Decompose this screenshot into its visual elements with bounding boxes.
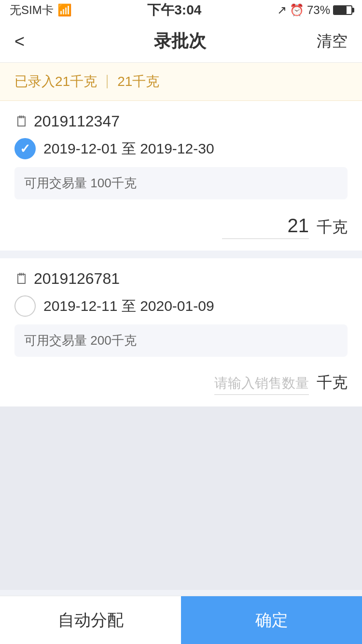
- confirm-button[interactable]: 确定: [181, 596, 362, 644]
- batch-header-1: 🗒 2019112347: [0, 101, 362, 134]
- battery-percent: 73%: [307, 3, 330, 17]
- batch-doc-icon-2: 🗒: [14, 271, 29, 287]
- quantity-row-1: 21 千克: [0, 207, 362, 251]
- quantity-input-2[interactable]: 请输入销售数量: [214, 374, 309, 395]
- batch-doc-icon-1: 🗒: [14, 113, 29, 130]
- status-left: 无SIM卡 📶: [10, 2, 72, 18]
- batch-row-1[interactable]: 2019-12-01 至 2019-12-30: [0, 134, 362, 163]
- carrier-label: 无SIM卡: [10, 2, 54, 18]
- recorded-value: 21千克: [117, 72, 159, 91]
- quantity-value-1: 21: [288, 215, 309, 236]
- wifi-icon: 📶: [57, 3, 72, 17]
- input-row-2: 请输入销售数量 千克: [0, 364, 362, 406]
- quantity-unit-1: 千克: [317, 217, 348, 238]
- nav-bar: < 录批次 清空: [0, 20, 362, 63]
- batch-available-1: 可用交易量 100千克: [14, 167, 348, 199]
- batch-number-1: 2019112347: [34, 112, 120, 130]
- batch-date-2: 2019-12-11 至 2020-01-09: [43, 296, 214, 316]
- alarm-icon: ⏰: [290, 3, 304, 17]
- batch-card-2: 🗒 2019126781 2019-12-11 至 2020-01-09 可用交…: [0, 258, 362, 406]
- bottom-bar: 自动分配 确定: [0, 596, 362, 644]
- input-unit-2: 千克: [317, 372, 348, 393]
- batch-row-2[interactable]: 2019-12-11 至 2020-01-09: [0, 292, 362, 321]
- batch-card-1: 🗒 2019112347 2019-12-01 至 2019-12-30 可用交…: [0, 101, 362, 251]
- batch-available-2: 可用交易量 200千克: [14, 324, 348, 357]
- status-bar: 无SIM卡 📶 下午3:04 ↗ ⏰ 73%: [0, 0, 362, 20]
- back-button[interactable]: <: [14, 31, 43, 52]
- quantity-display-1[interactable]: 21: [222, 215, 309, 239]
- input-placeholder-2: 请输入销售数量: [214, 376, 309, 391]
- clear-button[interactable]: 清空: [317, 31, 348, 52]
- location-icon: ↗: [277, 3, 287, 17]
- status-time: 下午3:04: [147, 1, 201, 19]
- radio-checked-1[interactable]: [14, 138, 36, 159]
- battery-fill: [334, 6, 347, 14]
- page-title: 录批次: [154, 29, 206, 53]
- batch-header-2: 🗒 2019126781: [0, 258, 362, 292]
- status-right: ↗ ⏰ 73%: [277, 3, 352, 17]
- batch-number-2: 2019126781: [34, 270, 120, 288]
- info-divider: [107, 75, 108, 88]
- radio-unchecked-2[interactable]: [14, 295, 36, 317]
- section-divider: [0, 251, 362, 258]
- batch-date-1: 2019-12-01 至 2019-12-30: [43, 139, 214, 159]
- battery-icon: [333, 5, 352, 15]
- auto-distribute-button[interactable]: 自动分配: [0, 596, 181, 644]
- content-area: [0, 406, 362, 590]
- recorded-label: 已录入21千克: [14, 72, 97, 91]
- info-banner: 已录入21千克 21千克: [0, 63, 362, 101]
